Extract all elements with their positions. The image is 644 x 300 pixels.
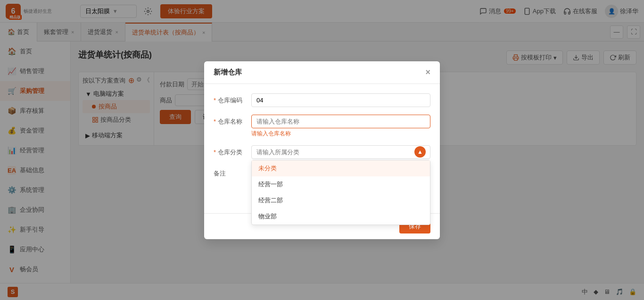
category-option-dept1[interactable]: 经营一部 (252, 176, 430, 192)
name-control: 请输入仓库名称 (251, 115, 430, 138)
code-input[interactable] (251, 93, 430, 107)
name-error: 请输入仓库名称 (251, 130, 430, 138)
category-option-dept2[interactable]: 经营二部 (252, 192, 430, 208)
category-field-row: 仓库分类 ▲ 未分类 经营一部 经营二部 物业部 (214, 145, 430, 159)
category-dropdown: 未分类 经营一部 经营二部 物业部 (251, 160, 430, 225)
category-input[interactable] (251, 145, 430, 159)
name-field-row: 仓库名称 请输入仓库名称 (214, 115, 430, 138)
modal-close-btn[interactable]: × (425, 68, 430, 76)
category-select-wrapper: ▲ 未分类 经营一部 经营二部 物业部 (251, 145, 430, 159)
category-control: ▲ 未分类 经营一部 经营二部 物业部 (251, 145, 430, 159)
modal-header: 新增仓库 × (204, 61, 440, 84)
category-arrow-btn[interactable]: ▲ (414, 146, 426, 158)
modal-overlay[interactable]: 新增仓库 × 仓库编码 仓库名称 请输入仓库名称 仓库分类 (0, 0, 644, 300)
category-option-unclassified[interactable]: 未分类 (252, 160, 430, 176)
category-option-property[interactable]: 物业部 (252, 208, 430, 225)
remark-label: 备注 (214, 167, 251, 178)
modal-body: 仓库编码 仓库名称 请输入仓库名称 仓库分类 ▲ (204, 84, 440, 213)
name-input[interactable] (251, 115, 430, 128)
code-control (251, 93, 430, 107)
new-warehouse-modal: 新增仓库 × 仓库编码 仓库名称 请输入仓库名称 仓库分类 (204, 61, 440, 239)
name-label: 仓库名称 (214, 115, 251, 126)
modal-title: 新增仓库 (214, 68, 242, 77)
category-label: 仓库分类 (214, 145, 251, 157)
code-field-row: 仓库编码 (214, 93, 430, 107)
code-label: 仓库编码 (214, 93, 251, 105)
